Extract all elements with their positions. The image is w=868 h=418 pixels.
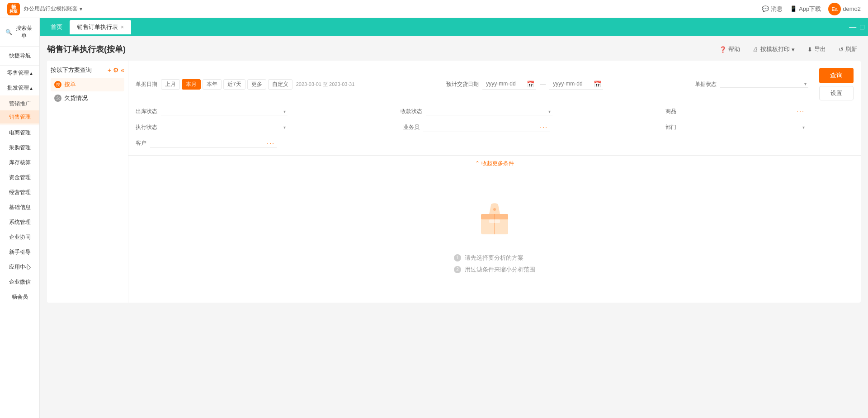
out-status-arrow-icon: ▾: [283, 109, 286, 114]
date-btn-last-month[interactable]: 上月: [161, 79, 180, 90]
sidebar-item-system[interactable]: 系统管理: [0, 215, 39, 230]
sidebar-corp-label: 企业协同: [9, 233, 31, 241]
sidebar-item-operations[interactable]: 经营管理: [0, 185, 39, 200]
status-select-arrow-icon: ▾: [804, 81, 807, 86]
date-to-group: 📅: [549, 79, 603, 90]
dept-label: 部门: [665, 124, 676, 131]
salesperson-field: ···: [423, 123, 550, 132]
left-panel-debt-label: 欠货情况: [64, 94, 88, 102]
goods-dots-btn[interactable]: ···: [797, 108, 805, 115]
sidebar-wholesale-label: 批发管理: [7, 84, 29, 92]
box-split: 按以下方案查询 + ⚙ « 按 按单 欠: [47, 61, 861, 303]
left-panel-add-btn[interactable]: +: [108, 66, 111, 74]
tab-close-icon[interactable]: ×: [121, 24, 124, 30]
date-btn-last7[interactable]: 近7天: [223, 79, 245, 90]
tab-home[interactable]: 首页: [43, 20, 70, 34]
export-btn[interactable]: ⬇ 导出: [804, 43, 830, 55]
tab-bar: 首页 销售订单执行表 × — □: [40, 18, 868, 36]
message-label: 消息: [771, 5, 783, 13]
sidebar-newbie-label: 新手引导: [9, 248, 31, 256]
sidebar-item-basic[interactable]: 基础信息: [0, 200, 39, 215]
sidebar-wholesale-sub: 营销推广 销售管理: [0, 95, 39, 125]
help-icon: ❓: [719, 46, 726, 53]
sidebar-item-corp[interactable]: 企业协同: [0, 230, 39, 245]
tab-minimize-btn[interactable]: —: [849, 23, 856, 31]
goods-label: 商品: [665, 108, 676, 115]
tab-active[interactable]: 销售订单执行表 ×: [70, 20, 131, 34]
sidebar: 🔍 搜索菜单 快捷导航 零售管理 ▴ 批发管理 ▴ 营销推广: [0, 18, 40, 418]
sidebar-system-label: 系统管理: [9, 218, 31, 226]
out-status-select[interactable]: ▾: [161, 108, 288, 115]
sidebar-wholesale-header[interactable]: 批发管理 ▴: [0, 81, 39, 95]
export-label: 导出: [814, 45, 826, 53]
exec-status-select[interactable]: ▾: [161, 124, 288, 131]
receive-status-select[interactable]: ▾: [426, 108, 552, 115]
filter-row-2: 出库状态 ▾ 收款状态 ▾: [136, 107, 854, 116]
sidebar-item-shortcut[interactable]: 快捷导航: [0, 48, 39, 63]
settings-btn[interactable]: 设置: [819, 86, 854, 100]
status-select[interactable]: ▾: [720, 81, 808, 88]
customer-field: ···: [150, 138, 277, 148]
date-to-input[interactable]: [551, 80, 592, 88]
refresh-icon: ↺: [839, 46, 844, 53]
sidebar-operations-label: 经营管理: [9, 189, 31, 196]
date-btn-custom[interactable]: 自定义: [268, 79, 292, 90]
left-panel-collapse-btn[interactable]: «: [121, 66, 124, 74]
customer-label: 客户: [136, 139, 146, 147]
print-icon: 🖨: [753, 46, 759, 53]
sidebar-item-vip[interactable]: 畅会员: [0, 290, 39, 304]
left-panel-settings-btn[interactable]: ⚙: [113, 66, 119, 74]
collapse-label: 收起更多条件: [481, 160, 514, 166]
sidebar-search-btn[interactable]: 🔍 搜索菜单: [4, 22, 36, 43]
empty-state-tips: 1 请先选择要分析的方案 2 用过滤条件来缩小分析范围: [454, 252, 535, 276]
message-btn[interactable]: 💬 消息: [762, 5, 783, 13]
sidebar-item-wxwork[interactable]: 企业微信: [0, 275, 39, 290]
date-btn-more[interactable]: 更多: [247, 79, 266, 90]
sidebar-finance-label: 资金管理: [9, 174, 31, 181]
tip2-num: 2: [454, 266, 461, 273]
date-btn-this-year[interactable]: 本年: [203, 79, 222, 90]
sidebar-retail-header[interactable]: 零售管理 ▴: [0, 66, 39, 81]
left-panel-item-debt[interactable]: 欠 欠货情况: [51, 91, 124, 105]
sidebar-item-marketing[interactable]: 营销推广: [0, 97, 39, 110]
left-panel-actions: + ⚙ «: [108, 66, 124, 74]
app-download-btn[interactable]: 📱 App下载: [790, 5, 821, 13]
export-icon: ⬇: [807, 46, 812, 53]
help-label: 帮助: [728, 45, 740, 53]
app-logo: 畅 标版: [7, 3, 20, 15]
help-btn[interactable]: ❓ 帮助: [716, 43, 744, 55]
refresh-btn[interactable]: ↺ 刷新: [835, 43, 861, 55]
user-btn[interactable]: Ea demo2: [828, 3, 861, 15]
sidebar-item-sales[interactable]: 销售管理: [0, 110, 39, 124]
salesperson-label: 业务员: [403, 124, 420, 131]
query-btn[interactable]: 查询: [819, 68, 854, 83]
salesperson-dots-btn[interactable]: ···: [540, 124, 548, 131]
left-panel-item-order[interactable]: 按 按单: [51, 78, 124, 91]
calendar-from-icon[interactable]: 📅: [527, 81, 534, 88]
sidebar-item-newbie[interactable]: 新手引导: [0, 245, 39, 260]
sidebar-inventory-label: 库存核算: [9, 159, 31, 166]
collapse-bar[interactable]: ⌃ 收起更多条件: [128, 156, 861, 171]
dept-select[interactable]: ▾: [680, 124, 807, 131]
tab-maximize-btn[interactable]: □: [860, 23, 864, 31]
sidebar-shortcut-section: 快捷导航: [0, 47, 39, 66]
sidebar-item-inventory[interactable]: 库存核算: [0, 155, 39, 170]
sidebar-item-purchase[interactable]: 采购管理: [0, 140, 39, 155]
tip1-text: 请先选择要分析的方案: [465, 252, 524, 264]
app-title[interactable]: 办公用品行业模拟账套 ▾: [24, 5, 82, 13]
print-btn[interactable]: 🖨 按模板打印 ▾: [749, 43, 798, 55]
sidebar-item-finance[interactable]: 资金管理: [0, 170, 39, 185]
sidebar-retail-label: 零售管理: [7, 69, 29, 77]
calendar-to-icon[interactable]: 📅: [594, 81, 601, 88]
top-bar-right: 💬 消息 📱 App下载 Ea demo2: [762, 3, 861, 15]
download-icon: 📱: [790, 5, 797, 12]
sidebar-item-appstore[interactable]: 应用中心: [0, 260, 39, 275]
sidebar-ecommerce-label: 电商管理: [9, 129, 31, 137]
avatar-text: Ea: [832, 6, 838, 12]
customer-dots-btn[interactable]: ···: [267, 139, 275, 147]
date-btn-this-month[interactable]: 本月: [182, 79, 201, 90]
date-from-input[interactable]: [484, 80, 525, 88]
receive-status-arrow-icon: ▾: [548, 109, 551, 114]
page-actions: ❓ 帮助 🖨 按模板打印 ▾ ⬇ 导出 ↺ 刷新: [716, 43, 861, 55]
sidebar-item-ecommerce[interactable]: 电商管理: [0, 125, 39, 140]
